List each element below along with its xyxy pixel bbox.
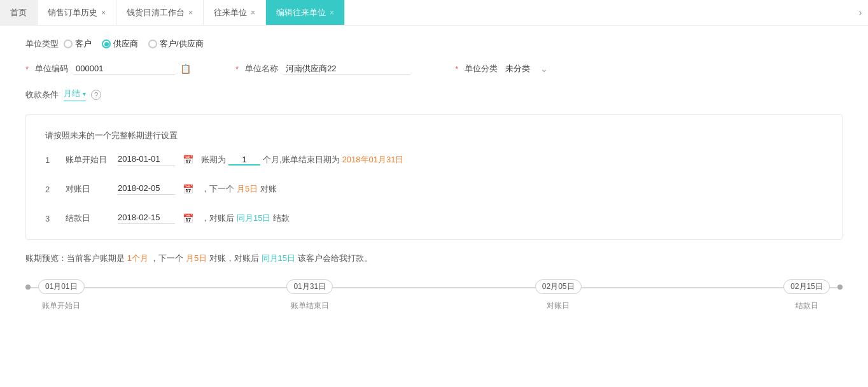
timeline-point-2: 02月05日 对账日 — [535, 279, 582, 311]
payment-condition-row: 收款条件 月结 ▾ ? — [25, 88, 843, 101]
tab-money-goods-workbench-close[interactable]: × — [188, 9, 193, 17]
radio-supplier-label: 供应商 — [113, 38, 138, 50]
preview-suffix: 该客户会给我打款。 — [298, 253, 372, 263]
row-1-date: 2018-01-01 — [118, 154, 175, 165]
preview-highlight1: 1个月 — [127, 253, 148, 263]
unit-category-dropdown-icon[interactable]: ⌄ — [540, 64, 548, 74]
unit-code-item: * 单位编码 📋 — [25, 62, 191, 75]
row-2-highlight1: 月5日 — [237, 183, 258, 195]
row-1-desc: 账期为 个月,账单结束日期为 2018年01月31日 — [201, 154, 403, 165]
unit-category-value: 未分类 — [505, 63, 530, 74]
tab-edit-partner-unit-label: 编辑往来单位 — [276, 7, 326, 18]
setting-row-1: 1 账单开始日 2018-01-01 📅 账期为 个月,账单结束日期为 2018… — [45, 154, 823, 165]
preview-highlight2: 月5日 — [186, 253, 207, 263]
timeline-badge-3: 02月15日 — [783, 279, 830, 294]
unit-name-label: 单位名称 — [245, 63, 278, 74]
timeline-badge-0: 01月01日 — [38, 279, 85, 294]
unit-code-label: 单位编码 — [35, 63, 68, 74]
row-2-number: 2 — [45, 185, 58, 194]
tab-partner-unit-close[interactable]: × — [251, 9, 255, 17]
row-1-number: 1 — [45, 155, 58, 165]
row-3-number: 3 — [45, 214, 58, 223]
tab-home[interactable]: 首页 — [0, 0, 38, 25]
row-3-desc-prefix: ，对账后 — [201, 213, 234, 224]
timeline-label-0: 账单开始日 — [42, 300, 80, 311]
setting-row-3: 3 结款日 2018-02-15 📅 ，对账后 同月15日 结款 — [45, 213, 823, 224]
timeline-dot-left — [25, 285, 31, 290]
tab-sales-order-history[interactable]: 销售订单历史 × — [38, 0, 116, 25]
row-2-desc-suffix: 对账 — [260, 183, 277, 195]
timeline-wrapper: 01月01日 账单开始日 01月31日 账单结束日 02月05日 对账日 02月… — [25, 279, 843, 337]
tab-partner-unit[interactable]: 往来单位 × — [204, 0, 266, 25]
tab-sales-order-history-close[interactable]: × — [101, 9, 106, 17]
row-3-date: 2018-02-15 — [118, 213, 175, 224]
row-3-field-label: 结款日 — [66, 213, 110, 224]
tab-edit-partner-unit[interactable]: 编辑往来单位 × — [266, 0, 345, 25]
unit-category-label: 单位分类 — [465, 63, 498, 74]
row-3-desc-suffix: 结款 — [273, 213, 290, 224]
timeline-badge-1: 01月31日 — [286, 279, 333, 294]
radio-customer-supplier[interactable]: 客户/供应商 — [148, 38, 204, 50]
row-1-month-input[interactable] — [228, 155, 260, 165]
radio-customer[interactable]: 客户 — [64, 38, 92, 50]
row-2-date: 2018-02-05 — [118, 183, 175, 195]
row-1-desc-prefix: 账期为 — [201, 154, 226, 165]
payment-condition-select[interactable]: 月结 ▾ — [64, 88, 86, 101]
unit-code-calendar-icon[interactable]: 📋 — [180, 64, 191, 74]
radio-customer-label: 客户 — [75, 38, 92, 50]
row-2-desc-prefix: ，下一个 — [201, 183, 234, 195]
unit-name-item: * 单位名称 — [235, 62, 410, 75]
unit-category-required: * — [455, 64, 458, 74]
unit-info-row: * 单位编码 📋 * 单位名称 * 单位分类 未分类 ⌄ — [25, 62, 843, 75]
row-2-desc: ，下一个 月5日 对账 — [201, 183, 277, 195]
timeline-label-1: 账单结束日 — [291, 300, 329, 311]
tab-edit-partner-unit-close[interactable]: × — [330, 9, 334, 17]
timeline-point-3: 02月15日 结款日 — [783, 279, 830, 311]
row-2-calendar-icon[interactable]: 📅 — [183, 184, 193, 194]
preview-text: 账期预览：当前客户账期是 1个月 ，下一个 月5日 对账，对账后 同月15日 该… — [25, 253, 843, 264]
setting-row-2: 2 对账日 2018-02-05 📅 ，下一个 月5日 对账 — [45, 183, 823, 195]
tab-partner-unit-label: 往来单位 — [214, 7, 247, 18]
preview-middle1: ，下一个 — [150, 253, 183, 263]
setting-panel: 请按照未来的一个完整帐期进行设置 1 账单开始日 2018-01-01 📅 账期… — [25, 114, 843, 240]
preview-middle2: 对账，对账后 — [209, 253, 259, 263]
preview-prefix: 账期预览：当前客户账期是 — [25, 253, 125, 263]
row-3-desc: ，对账后 同月15日 结款 — [201, 213, 290, 224]
timeline-label-2: 对账日 — [547, 300, 570, 311]
timeline-badge-2: 02月05日 — [535, 279, 582, 294]
radio-supplier-circle — [102, 39, 111, 48]
unit-type-row: 单位类型 客户 供应商 客户/供应商 — [25, 38, 843, 50]
payment-condition-label: 收款条件 — [25, 89, 59, 101]
tab-money-goods-workbench[interactable]: 钱货日清工作台 × — [116, 0, 204, 25]
timeline-point-1: 01月31日 账单结束日 — [286, 279, 333, 311]
row-1-field-label: 账单开始日 — [66, 154, 110, 165]
timeline-points: 01月01日 账单开始日 01月31日 账单结束日 02月05日 对账日 02月… — [38, 279, 830, 311]
unit-code-required: * — [25, 64, 29, 74]
tab-sales-order-history-label: 销售订单历史 — [48, 7, 97, 18]
row-2-field-label: 对账日 — [66, 183, 110, 195]
tab-bar: 首页 销售订单历史 × 钱货日清工作台 × 往来单位 × 编辑往来单位 × › — [0, 0, 868, 25]
payment-condition-help-icon[interactable]: ? — [91, 90, 101, 100]
tab-home-label: 首页 — [10, 7, 27, 18]
unit-code-input[interactable] — [73, 62, 175, 75]
unit-type-item: 单位类型 客户 供应商 客户/供应商 — [25, 38, 204, 50]
radio-customer-supplier-circle — [148, 39, 157, 48]
unit-type-label: 单位类型 — [25, 38, 59, 50]
row-1-calendar-icon[interactable]: 📅 — [183, 155, 193, 165]
row-1-desc-suffix: 个月,账单结束日期为 — [263, 154, 340, 165]
row-3-calendar-icon[interactable]: 📅 — [183, 213, 193, 223]
payment-condition-dropdown-icon: ▾ — [83, 90, 86, 97]
timeline-label-3: 结款日 — [795, 300, 818, 311]
row-1-highlight: 2018年01月31日 — [342, 154, 404, 165]
page-content: 单位类型 客户 供应商 客户/供应商 * 单位编码 — [0, 25, 868, 387]
radio-supplier[interactable]: 供应商 — [102, 38, 138, 50]
unit-category-item: * 单位分类 未分类 ⌄ — [455, 63, 548, 74]
panel-title: 请按照未来的一个完整帐期进行设置 — [45, 130, 823, 141]
timeline-point-0: 01月01日 账单开始日 — [38, 279, 85, 311]
unit-name-required: * — [235, 64, 239, 74]
unit-type-radio-group: 客户 供应商 客户/供应商 — [64, 38, 204, 50]
payment-condition-value: 月结 — [64, 88, 80, 99]
unit-name-input[interactable] — [283, 62, 410, 75]
radio-customer-supplier-label: 客户/供应商 — [160, 38, 204, 50]
tab-arrow[interactable]: › — [853, 0, 868, 25]
